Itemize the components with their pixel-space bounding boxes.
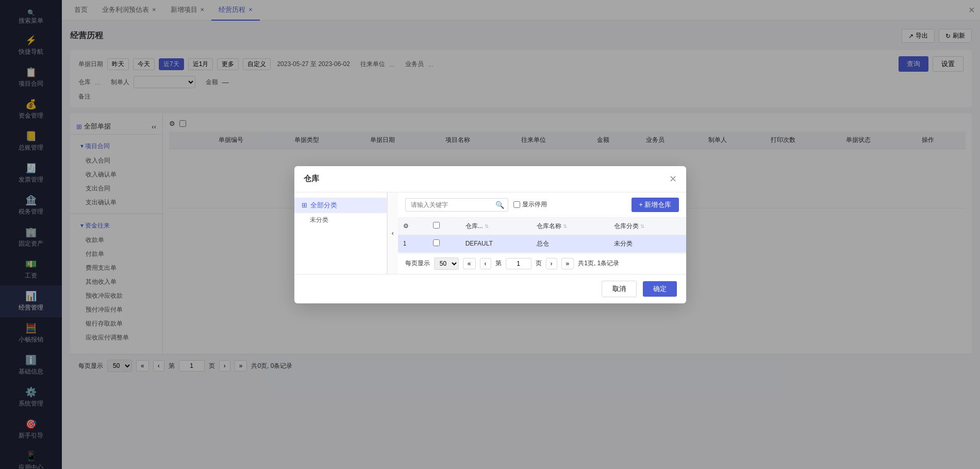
modal-right: 🔍 显示停用 + 新增仓库 ⚙ [398,192,686,274]
tree-all-label: 全部分类 [310,201,337,210]
collapse-icon: ‹ [392,229,394,237]
modal-prev-btn[interactable]: ‹ [480,258,491,269]
modal-col-category[interactable]: 仓库分类 ⇅ [609,218,686,235]
modal-col-settings: ⚙ [398,218,428,235]
grid-icon: ⊞ [302,201,307,209]
modal-next-btn[interactable]: › [546,258,557,269]
add-warehouse-btn[interactable]: + 新增仓库 [632,198,678,212]
show-disabled-checkbox[interactable] [513,201,520,208]
modal-tree: ⊞ 全部分类 未分类 [294,192,387,274]
row-settings: 1 [398,235,428,252]
row-check [428,235,460,252]
modal-per-page-label: 每页显示 [405,259,430,268]
modal-pagination: 每页显示 50 « ‹ 第 页 › » 共1页, 1条记录 [398,253,686,274]
row-checkbox[interactable] [433,239,440,246]
modal-page-label: 页 [536,259,542,268]
row-name: 总仓 [531,235,609,252]
modal-select-all[interactable] [433,222,440,229]
modal-search-input[interactable] [405,198,508,212]
warehouse-modal: 仓库 ✕ ⊞ 全部分类 未分类 ‹ [294,166,686,303]
modal-confirm-btn[interactable]: 确定 [643,281,677,297]
tree-collapse-btn[interactable]: ‹ [387,192,398,274]
modal-body: ⊞ 全部分类 未分类 ‹ 🔍 [294,192,686,274]
show-disabled-wrap: 显示停用 [513,200,547,209]
show-disabled-label: 显示停用 [522,200,547,209]
modal-page-prefix: 第 [495,259,502,268]
modal-overlay: 仓库 ✕ ⊞ 全部分类 未分类 ‹ [0,0,980,469]
modal-col-name[interactable]: 仓库名称 ⇅ [531,218,609,235]
modal-header: 仓库 ✕ [294,166,686,192]
modal-total: 共1页, 1条记录 [578,259,619,268]
modal-footer: 取消 确定 [294,274,686,303]
modal-table: ⚙ 仓库... ⇅ 仓库名称 ⇅ [398,218,686,253]
modal-search-btn[interactable]: 🔍 [495,201,504,209]
modal-cancel-btn[interactable]: 取消 [602,281,637,297]
modal-col-check [428,218,460,235]
modal-title: 仓库 [304,174,319,184]
modal-first-btn[interactable]: « [463,258,476,269]
modal-close-btn[interactable]: ✕ [669,173,677,185]
modal-per-page-select[interactable]: 50 [434,257,459,270]
tree-all-category[interactable]: ⊞ 全部分类 [294,198,387,213]
tree-uncategorized-label: 未分类 [310,216,328,223]
modal-search-wrap: 🔍 [405,198,508,212]
row-category: 未分类 [609,235,686,252]
settings-icon[interactable]: ⚙ [403,222,409,230]
modal-col-code[interactable]: 仓库... ⇅ [460,218,531,235]
tree-uncategorized[interactable]: 未分类 [294,213,387,227]
modal-toolbar: 🔍 显示停用 + 新增仓库 [398,192,686,218]
modal-table-row[interactable]: 1 DEFAULT 总仓 未分类 [398,235,686,252]
row-code: DEFAULT [460,235,531,252]
modal-last-btn[interactable]: » [561,258,574,269]
modal-page-input[interactable] [506,258,531,269]
